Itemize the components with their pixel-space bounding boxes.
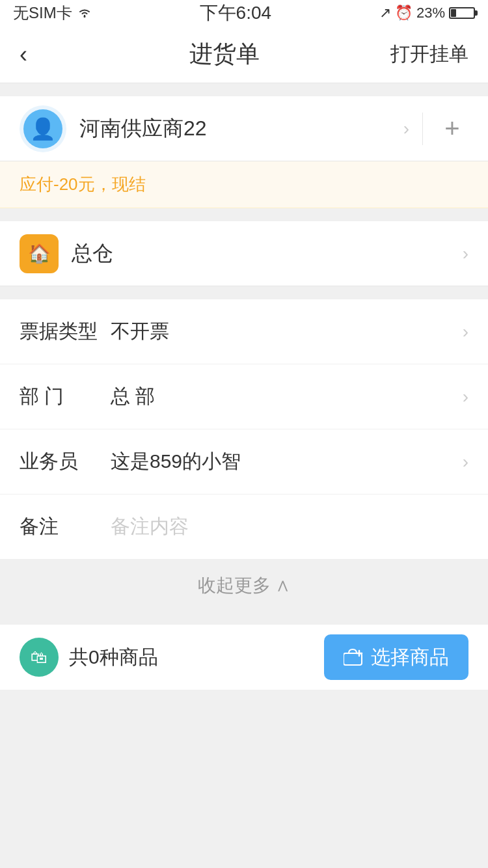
- collapse-bar[interactable]: 收起更多 ∧: [0, 560, 488, 612]
- location-icon: ↗: [379, 5, 391, 21]
- salesperson-value: 这是859的小智: [98, 448, 463, 475]
- invoice-type-row[interactable]: 票据类型 不开票 ›: [0, 299, 488, 364]
- warehouse-row[interactable]: 🏠 总仓 ›: [0, 221, 488, 286]
- product-icon-container: 🛍: [20, 638, 59, 677]
- back-button[interactable]: ‹: [20, 41, 59, 68]
- supplier-row[interactable]: 👤 河南供应商22 › +: [0, 96, 488, 161]
- warehouse-chevron-icon: ›: [463, 243, 468, 264]
- select-goods-label: 选择商品: [371, 644, 449, 671]
- supplier-section: 👤 河南供应商22 › + 应付-20元，现结: [0, 96, 488, 208]
- notice-bar: 应付-20元，现结: [0, 161, 488, 208]
- remaining-space: [0, 690, 488, 868]
- department-row[interactable]: 部 门 总 部 ›: [0, 364, 488, 429]
- battery-icon: [449, 7, 475, 19]
- wifi-icon: [77, 8, 92, 18]
- supplier-avatar: 👤: [20, 105, 66, 152]
- add-supplier-button[interactable]: +: [436, 114, 468, 143]
- bottom-bar: 🛍 共0种商品 选择商品: [0, 625, 488, 690]
- supplier-chevron-icon: ›: [403, 118, 409, 139]
- salesperson-chevron-icon: ›: [463, 452, 468, 472]
- gap1: [0, 83, 488, 96]
- divider: [422, 113, 423, 145]
- salesperson-label: 业务员: [20, 448, 98, 475]
- select-goods-button[interactable]: 选择商品: [324, 634, 468, 680]
- remark-label: 备注: [20, 513, 98, 540]
- bottom-left: 🛍 共0种商品: [20, 638, 158, 677]
- page-title: 进货单: [189, 38, 260, 70]
- invoice-type-label: 票据类型: [20, 318, 98, 345]
- collapse-label: 收起更多 ∧: [198, 573, 291, 598]
- remark-input[interactable]: 备注内容: [98, 513, 468, 540]
- svg-point-0: [83, 16, 85, 18]
- alarm-icon: ⏰: [395, 5, 413, 21]
- open-pending-button[interactable]: 打开挂单: [390, 41, 468, 68]
- form-section: 票据类型 不开票 › 部 门 总 部 › 业务员 这是859的小智 › 备注 备…: [0, 299, 488, 560]
- status-bar: 无SIM卡 下午6:04 ↗ ⏰ 23%: [0, 0, 488, 26]
- status-indicators: ↗ ⏰ 23%: [379, 5, 475, 21]
- status-time: 下午6:04: [200, 1, 272, 25]
- house-icon: 🏠: [28, 243, 51, 264]
- invoice-type-value: 不开票: [98, 318, 463, 345]
- add-cart-icon: [344, 648, 364, 666]
- carrier-text: 无SIM卡: [13, 3, 72, 23]
- warehouse-icon-container: 🏠: [20, 234, 59, 273]
- department-label: 部 门: [20, 383, 98, 410]
- remark-row[interactable]: 备注 备注内容: [0, 495, 488, 560]
- status-carrier-wifi: 无SIM卡: [13, 3, 92, 23]
- supplier-name: 河南供应商22: [79, 115, 403, 143]
- avatar-inner: 👤: [23, 109, 62, 148]
- nav-bar: ‹ 进货单 打开挂单: [0, 26, 488, 83]
- department-chevron-icon: ›: [463, 387, 468, 407]
- product-count: 共0种商品: [69, 644, 158, 671]
- salesperson-row[interactable]: 业务员 这是859的小智 ›: [0, 429, 488, 495]
- invoice-type-chevron-icon: ›: [463, 321, 468, 342]
- gap2: [0, 208, 488, 221]
- notice-text: 应付-20元，现结: [20, 174, 146, 194]
- battery-percent: 23%: [416, 5, 445, 21]
- warehouse-name: 总仓: [72, 239, 463, 268]
- department-value: 总 部: [98, 383, 463, 410]
- shopping-bag-icon: 🛍: [31, 647, 47, 668]
- person-icon: 👤: [30, 116, 56, 141]
